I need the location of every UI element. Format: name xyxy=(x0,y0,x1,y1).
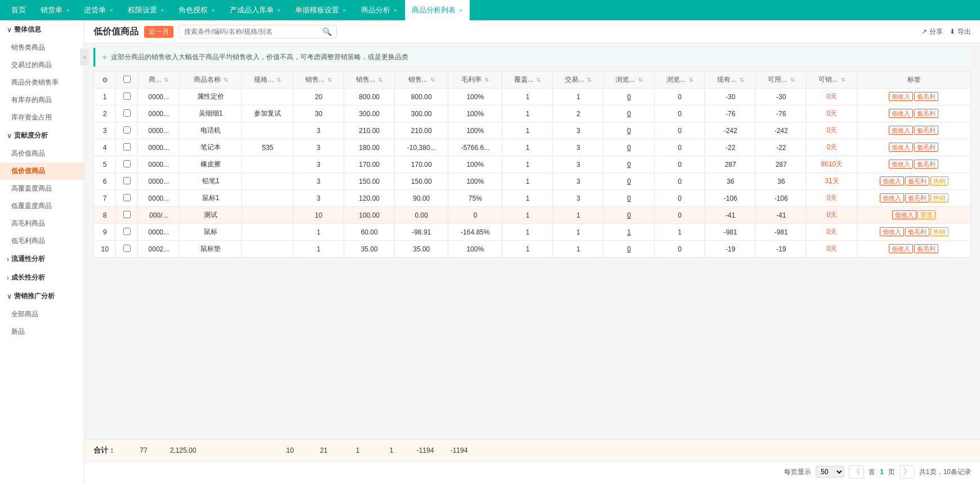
row-checkbox[interactable] xyxy=(123,245,131,252)
table-container[interactable]: ⚙ 商... ⇅ 商品名称 ⇅ 规格... ⇅ 销售... ⇅ 销售... ⇅ … xyxy=(84,71,980,439)
col-browse1[interactable]: 浏览... ⇅ xyxy=(604,72,654,89)
col-current[interactable]: 现有... ⇅ xyxy=(705,72,756,89)
cell-browse1[interactable]: 0 xyxy=(604,190,654,207)
nav-sales[interactable]: 销货单 × xyxy=(34,0,76,20)
row-checkbox[interactable] xyxy=(123,143,131,151)
cell-browse1[interactable]: 0 xyxy=(604,139,654,156)
browse1-link[interactable]: 0 xyxy=(627,194,631,202)
cell-browse1[interactable]: 1 xyxy=(604,224,654,241)
row-checkbox[interactable] xyxy=(123,194,131,201)
browse1-link[interactable]: 0 xyxy=(627,245,631,253)
search-input[interactable] xyxy=(184,28,322,36)
browse1-link[interactable]: 0 xyxy=(627,211,631,219)
nav-purchase[interactable]: 进货单 × xyxy=(77,0,119,20)
date-tag-btn[interactable]: 近一月 xyxy=(144,26,173,38)
col-checkbox[interactable] xyxy=(116,72,138,89)
browse1-link[interactable]: 0 xyxy=(627,144,631,152)
cell-browse1[interactable]: 0 xyxy=(604,173,654,190)
browse1-link[interactable]: 0 xyxy=(627,161,631,169)
sidebar-item-low-coverage[interactable]: 低覆盖度商品 xyxy=(0,197,84,215)
sidebar-group-contribution[interactable]: ∨ 贡献度分析 xyxy=(0,126,84,145)
col-s2[interactable]: 销售... ⇅ xyxy=(344,72,395,89)
sidebar-item-category-sales[interactable]: 商品分类销售率 xyxy=(0,74,84,91)
nav-analysis-list[interactable]: 商品分析列表 × xyxy=(405,0,469,20)
cell-checkbox[interactable] xyxy=(116,207,138,224)
share-btn[interactable]: ↗ 分享 xyxy=(921,27,943,37)
close-analysis[interactable]: × xyxy=(394,7,397,14)
col-settings[interactable]: ⚙ xyxy=(94,72,116,89)
col-s1[interactable]: 销售... ⇅ xyxy=(293,72,344,89)
sidebar-item-low-value[interactable]: 低价值商品 xyxy=(0,162,84,180)
sidebar-item-high-coverage[interactable]: 高覆盖度商品 xyxy=(0,180,84,197)
select-all[interactable] xyxy=(123,76,131,83)
next-page-btn[interactable]: 〉 xyxy=(899,465,915,479)
col-salable[interactable]: 可销... ⇅ xyxy=(807,72,857,89)
row-checkbox[interactable] xyxy=(123,228,131,235)
nav-product[interactable]: 产成品入库单 × xyxy=(223,0,287,20)
sidebar-item-low-margin[interactable]: 低毛利商品 xyxy=(0,232,84,250)
nav-home[interactable]: 首页 xyxy=(5,0,33,20)
sidebar-item-stock-goods[interactable]: 有库存的商品 xyxy=(0,91,84,109)
nav-template[interactable]: 单据模板设置 × xyxy=(288,0,353,20)
close-product[interactable]: × xyxy=(277,7,280,14)
browse1-link[interactable]: 0 xyxy=(627,178,631,185)
cell-checkbox[interactable] xyxy=(116,105,138,122)
row-checkbox[interactable] xyxy=(123,92,131,100)
first-page-btn[interactable]: 〈 xyxy=(849,465,864,479)
cell-checkbox[interactable] xyxy=(116,89,138,105)
cell-checkbox[interactable] xyxy=(116,241,138,258)
cell-checkbox[interactable] xyxy=(116,139,138,156)
cell-browse1[interactable]: 0 xyxy=(604,156,654,173)
browse1-link[interactable]: 0 xyxy=(627,110,631,118)
col-browse2[interactable]: 浏览... ⇅ xyxy=(654,72,705,89)
sidebar-item-high-value[interactable]: 高价值商品 xyxy=(0,145,84,162)
col-s3[interactable]: 销售... ⇅ xyxy=(395,72,448,89)
cell-browse1[interactable]: 0 xyxy=(604,241,654,258)
sidebar-group-marketing[interactable]: ∨ 营销推广分析 xyxy=(0,287,84,306)
sidebar-item-all-goods[interactable]: 全部商品 xyxy=(0,306,84,323)
sidebar-group-circulation[interactable]: › 流通性分析 xyxy=(0,250,84,268)
close-template[interactable]: × xyxy=(342,7,346,14)
sidebar-collapse-btn[interactable]: « xyxy=(80,48,89,65)
col-trade[interactable]: 交易... ⇅ xyxy=(553,72,604,89)
cell-checkbox[interactable] xyxy=(116,224,138,241)
close-role[interactable]: × xyxy=(211,7,215,14)
cell-browse1[interactable]: 0 xyxy=(604,105,654,122)
nav-analysis[interactable]: 商品分析 × xyxy=(354,0,404,20)
cell-checkbox[interactable] xyxy=(116,122,138,139)
sidebar-item-high-margin[interactable]: 高毛利商品 xyxy=(0,215,84,232)
close-analysis-list[interactable]: × xyxy=(459,7,462,14)
row-checkbox[interactable] xyxy=(123,160,131,167)
close-permission[interactable]: × xyxy=(161,7,164,14)
sidebar-group-growth[interactable]: › 成长性分析 xyxy=(0,268,84,287)
close-sales[interactable]: × xyxy=(66,7,69,14)
cell-checkbox[interactable] xyxy=(116,173,138,190)
browse1-link[interactable]: 0 xyxy=(627,93,631,101)
cell-browse1[interactable]: 0 xyxy=(604,89,654,105)
export-btn[interactable]: ⬇ 导出 xyxy=(950,27,971,37)
nav-permission[interactable]: 权限设置 × xyxy=(121,0,171,20)
browse1-link[interactable]: 1 xyxy=(627,228,631,236)
col-available[interactable]: 可用... ⇅ xyxy=(756,72,807,89)
cell-browse1[interactable]: 0 xyxy=(604,122,654,139)
col-cover[interactable]: 覆盖... ⇅ xyxy=(502,72,553,89)
col-name[interactable]: 商品名称 ⇅ xyxy=(180,72,242,89)
close-purchase[interactable]: × xyxy=(109,7,113,14)
row-checkbox[interactable] xyxy=(123,211,131,218)
col-margin[interactable]: 毛利率 ⇅ xyxy=(448,72,502,89)
row-checkbox[interactable] xyxy=(123,177,131,184)
per-page-select[interactable]: 50 100 200 xyxy=(816,466,844,478)
row-checkbox[interactable] xyxy=(123,109,131,117)
cell-browse1[interactable]: 0 xyxy=(604,207,654,224)
sidebar-group-overall[interactable]: ∨ 整体信息 xyxy=(0,20,84,39)
nav-role[interactable]: 角色授权 × xyxy=(172,0,221,20)
sidebar-item-sales-goods[interactable]: 销售类商品 xyxy=(0,39,84,56)
search-icon[interactable]: 🔍 xyxy=(322,27,332,36)
col-spec[interactable]: 规格... ⇅ xyxy=(242,72,293,89)
row-checkbox[interactable] xyxy=(123,126,131,134)
sidebar-item-new-goods[interactable]: 新品 xyxy=(0,323,84,341)
col-code[interactable]: 商... ⇅ xyxy=(138,72,180,89)
cell-checkbox[interactable] xyxy=(116,156,138,173)
sidebar-item-stock-capital[interactable]: 库存资金占用 xyxy=(0,109,84,126)
browse1-link[interactable]: 0 xyxy=(627,127,631,135)
